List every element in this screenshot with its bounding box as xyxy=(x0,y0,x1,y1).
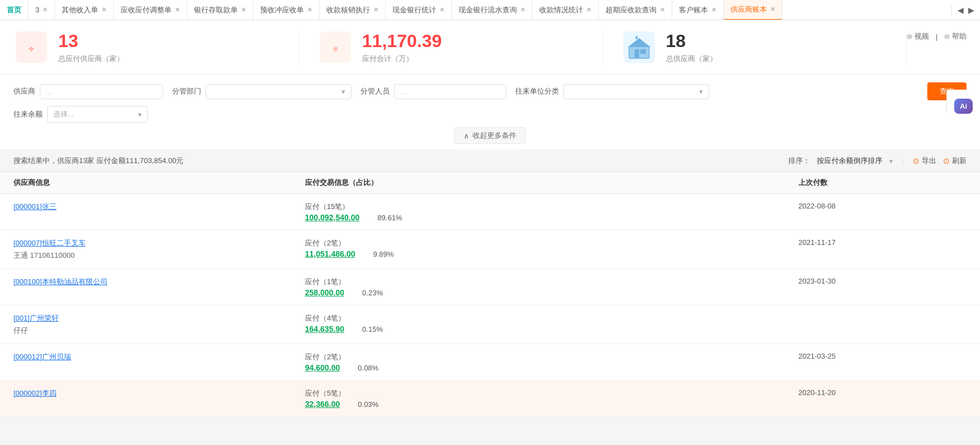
close-icon[interactable]: ✕ xyxy=(241,6,246,13)
supplier-label: 供应商 xyxy=(13,86,35,96)
person-label: 分管人员 xyxy=(360,86,390,96)
payable-pct-5: 0.03% xyxy=(358,400,378,409)
close-icon[interactable]: ✕ xyxy=(440,6,445,13)
close-icon[interactable]: ✕ xyxy=(711,6,716,13)
person-input[interactable]: ... xyxy=(394,84,506,99)
nav-item-cash-stats[interactable]: 现金银行统计 ✕ xyxy=(386,0,452,20)
nav-tab-label: 应收应付调整单 xyxy=(121,5,172,15)
close-icon[interactable]: ✕ xyxy=(660,6,665,13)
nav-item-adjust[interactable]: 应收应付调整单 ✕ xyxy=(114,0,187,20)
stat-text-total: 11,170.39 应付合计（万） xyxy=(362,30,442,64)
refresh-label: 刷新 xyxy=(952,156,967,166)
balance-select[interactable]: 选择... ▾ xyxy=(47,106,148,123)
payable-pct-4: 0.08% xyxy=(358,364,378,372)
stat-icon-total: ❋ xyxy=(317,29,353,65)
sort-value[interactable]: 按应付余额倒序排序 xyxy=(817,156,882,166)
supplier-link-3[interactable]: [001]广州荣轩 xyxy=(13,313,305,323)
table-header: 供应商信息 应付交易信息（占比） 上次付数 xyxy=(0,172,980,194)
filter-person: 分管人员 ... xyxy=(360,84,506,99)
nav-left-arrow[interactable]: ◀ xyxy=(955,6,966,15)
payable-amount-1[interactable]: 11,051,486.00 xyxy=(305,249,355,258)
nav-item-prepay[interactable]: 预收冲应收单 ✕ xyxy=(253,0,320,20)
top-navigation: 首页 3 ✕ 其他收入单 ✕ 应收应付调整单 ✕ 银行存取款单 ✕ 预收冲应收单… xyxy=(0,0,980,20)
supplier-link-5[interactable]: [000002]李四 xyxy=(13,388,305,398)
last-pay-5: 2020-11-20 xyxy=(798,388,967,397)
data-table: 供应商信息 应付交易信息（占比） 上次付数 [000001]张三 应付（15笔）… xyxy=(0,172,980,417)
close-icon[interactable]: ✕ xyxy=(43,6,48,13)
nav-item-cashflow[interactable]: 现金银行流水查询 ✕ xyxy=(452,0,533,20)
help-link[interactable]: ⊙ 帮助 xyxy=(944,31,967,41)
payable-amount-0[interactable]: 100,092,540.00 xyxy=(305,213,359,222)
nav-item-bank[interactable]: 银行存取款单 ✕ xyxy=(187,0,253,20)
close-icon[interactable]: ✕ xyxy=(175,6,180,13)
results-bar: 搜索结果中，供应商13家 应付金额111,703,854.00元 排序： 按应付… xyxy=(0,150,980,172)
close-icon[interactable]: ✕ xyxy=(770,6,775,13)
supplier-info-1: [000007]恒旺二手叉车 王通 17106110000 xyxy=(13,238,305,261)
collapse-button[interactable]: ∧ 收起更多条件 xyxy=(454,127,526,144)
last-pay-2: 2023-01-30 xyxy=(798,277,967,285)
svg-text:❖: ❖ xyxy=(28,45,35,53)
svg-rect-9 xyxy=(636,36,637,39)
category-select[interactable]: ▾ xyxy=(563,84,709,99)
supplier-input[interactable]: ... xyxy=(40,84,163,99)
payable-amount-3[interactable]: 164,635.90 xyxy=(305,325,344,333)
nav-item-customer-ledger[interactable]: 客户账本 ✕ xyxy=(672,0,724,20)
nav-item-3[interactable]: 3 ✕ xyxy=(29,0,55,20)
payable-amount-5[interactable]: 32,366.00 xyxy=(305,400,340,409)
top-links: ⊙ 视频 | ⊙ 帮助 xyxy=(907,29,967,41)
last-pay-0: 2022-08-08 xyxy=(798,202,967,210)
video-link[interactable]: ⊙ 视频 xyxy=(907,31,929,41)
refresh-button[interactable]: ⊙ 刷新 xyxy=(943,156,967,166)
close-icon[interactable]: ✕ xyxy=(101,6,107,13)
close-icon[interactable]: ✕ xyxy=(520,6,525,13)
export-button[interactable]: ⊙ 导出 xyxy=(913,156,936,166)
payable-cell-2: 应付（1笔） 258,000.00 0.23% xyxy=(305,277,798,297)
nav-tab-label: 现金银行流水查询 xyxy=(459,5,517,15)
svg-text:❋: ❋ xyxy=(332,45,338,53)
payable-amount-row-3: 164,635.90 0.15% xyxy=(305,323,798,333)
stat-number-supplier: 18 xyxy=(666,30,717,52)
stat-icon-payable: ❖ xyxy=(13,29,49,65)
col-header-payable: 应付交易信息（占比） xyxy=(305,178,798,188)
supplier-link-2[interactable]: [000100]本特勒油品有限公司 xyxy=(13,277,305,287)
close-icon[interactable]: ✕ xyxy=(373,6,378,13)
last-pay-1: 2021-11-17 xyxy=(798,238,967,247)
table-row: [000012]广州贝瑞 应付（2笔） 94,600.00 0.08% 2021… xyxy=(0,344,980,381)
svg-rect-6 xyxy=(635,49,639,58)
filter-supplier: 供应商 ... xyxy=(13,84,163,99)
nav-item-other-income[interactable]: 其他收入单 ✕ xyxy=(55,0,114,20)
stat-text-payable: 13 总应付供应商（家） xyxy=(58,30,124,64)
payable-row-2: 应付（1笔） xyxy=(305,277,798,287)
payable-amount-2[interactable]: 258,000.00 xyxy=(305,288,344,297)
payable-amount-row-2: 258,000.00 0.23% xyxy=(305,287,798,297)
nav-right-arrow[interactable]: ▶ xyxy=(966,6,977,15)
payable-row-4: 应付（2笔） xyxy=(305,352,798,362)
close-icon[interactable]: ✕ xyxy=(307,6,312,13)
payable-cell-3: 应付（4笔） 164,635.90 0.15% xyxy=(305,313,798,333)
stat-supplier-count: 18 总供应商（家） xyxy=(603,29,907,65)
nav-item-overdue[interactable]: 超期应收款查询 ✕ xyxy=(599,0,672,20)
results-actions: 排序： 按应付余额倒序排序 ▾ | ⊙ 导出 ⊙ 刷新 xyxy=(788,156,967,166)
close-icon[interactable]: ✕ xyxy=(586,6,591,13)
nav-item-home[interactable]: 首页 xyxy=(0,0,29,20)
nav-item-collection[interactable]: 收款核销执行 ✕ xyxy=(320,0,386,20)
col-header-lastpay: 上次付数 xyxy=(798,178,967,188)
payable-amount-4[interactable]: 94,600.00 xyxy=(305,363,340,372)
stat-label-payable: 总应付供应商（家） xyxy=(58,54,124,64)
dept-select[interactable]: ▾ xyxy=(206,84,352,99)
chevron-down-icon[interactable]: ▾ xyxy=(889,157,893,165)
collapse-label: 收起更多条件 xyxy=(473,131,516,141)
chevron-down-icon: ▾ xyxy=(138,110,142,119)
nav-item-supplier-ledger[interactable]: 供应商账本 ✕ xyxy=(724,0,783,20)
category-label: 往来单位分类 xyxy=(515,86,559,96)
payable-amount-row-0: 100,092,540.00 89.61% xyxy=(305,212,798,222)
supplier-dots: ... xyxy=(46,87,52,96)
supplier-link-4[interactable]: [000012]广州贝瑞 xyxy=(13,352,305,362)
stat-text-supplier: 18 总供应商（家） xyxy=(666,30,717,64)
ai-button[interactable]: Ai xyxy=(954,99,973,114)
payable-label-0: 应付（15笔） xyxy=(305,202,349,212)
supplier-link-1[interactable]: [000007]恒旺二手叉车 xyxy=(13,238,305,248)
nav-item-receipt-stats[interactable]: 收款情况统计 ✕ xyxy=(533,0,599,20)
supplier-link-0[interactable]: [000001]张三 xyxy=(13,202,305,212)
table-row: [000001]张三 应付（15笔） 100,092,540.00 89.61%… xyxy=(0,194,980,230)
